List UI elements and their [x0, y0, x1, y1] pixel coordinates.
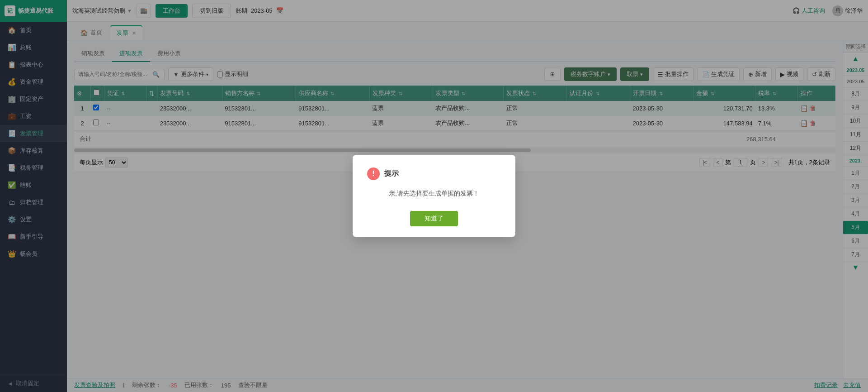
modal-title-row: ! 提示 — [367, 167, 501, 180]
modal-warning-icon: ! — [367, 167, 380, 180]
modal-dialog: ! 提示 亲,请先选择要生成单据的发票！ 知道了 — [353, 155, 515, 237]
modal-footer: 知道了 — [367, 211, 501, 226]
modal-overlay[interactable]: ! 提示 亲,请先选择要生成单据的发票！ 知道了 — [0, 0, 868, 392]
modal-ok-button[interactable]: 知道了 — [410, 211, 458, 226]
modal-title: 提示 — [384, 169, 399, 178]
modal-message: 亲,请先选择要生成单据的发票！ — [367, 188, 501, 198]
